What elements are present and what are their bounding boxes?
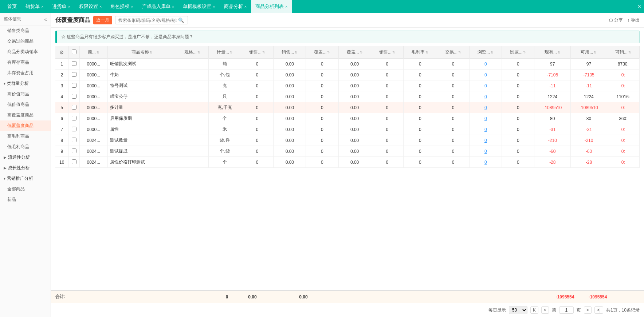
col-current-stock[interactable]: 现有...⇅: [534, 46, 571, 59]
close-roles-icon[interactable]: ×: [131, 4, 133, 9]
sidebar-item-stock-capital[interactable]: 库存资金占用: [0, 68, 51, 78]
close-analysis-icon[interactable]: ×: [244, 4, 247, 9]
nav-item-roles[interactable]: 角色授权 ×: [106, 0, 137, 13]
row-sellable: 0:: [607, 102, 639, 113]
sidebar-item-all-goods[interactable]: 全部商品: [0, 184, 51, 194]
row-checkbox[interactable]: [72, 127, 76, 131]
row-checkbox-cell[interactable]: [68, 91, 79, 102]
col-gross-margin[interactable]: 毛利率⇅: [403, 46, 437, 59]
col-coverage1[interactable]: 覆盖...⇅: [306, 46, 338, 59]
row-browse1[interactable]: 0: [470, 124, 502, 135]
row-checkbox[interactable]: [72, 138, 76, 142]
nav-item-home[interactable]: 首页: [3, 0, 21, 13]
sidebar-item-traded-goods[interactable]: 交易过的商品: [0, 36, 51, 47]
close-template-icon[interactable]: ×: [213, 4, 215, 9]
row-browse1[interactable]: 0: [470, 146, 502, 157]
row-checkbox[interactable]: [72, 116, 76, 120]
row-checkbox[interactable]: [72, 83, 76, 88]
next-page-button[interactable]: >: [584, 306, 592, 314]
sidebar-item-low-value[interactable]: 低价值商品: [0, 99, 51, 110]
row-checkbox[interactable]: [72, 61, 76, 66]
close-all-button[interactable]: ×: [638, 3, 641, 10]
sidebar-section-category[interactable]: ▾ 类群量分析: [0, 78, 51, 89]
row-checkbox-cell[interactable]: [68, 59, 79, 70]
row-browse1[interactable]: 0: [470, 91, 502, 102]
row-browse1[interactable]: 0: [470, 135, 502, 146]
sidebar-section-growth[interactable]: ▶ 成长性分析: [0, 163, 51, 173]
sidebar-item-high-margin[interactable]: 高毛利商品: [0, 131, 51, 142]
page-number-input[interactable]: [559, 306, 574, 314]
row-checkbox-cell[interactable]: [68, 146, 79, 157]
col-sales3[interactable]: 销售...⇅: [371, 46, 403, 59]
row-checkbox-cell[interactable]: [68, 135, 79, 146]
row-checkbox[interactable]: [72, 148, 76, 153]
close-permissions-icon[interactable]: ×: [99, 4, 102, 9]
row-checkbox[interactable]: [72, 72, 76, 77]
col-browse1[interactable]: 浏览...⇅: [470, 46, 502, 59]
col-sellable[interactable]: 可销...⇅: [607, 46, 639, 59]
row-checkbox-cell[interactable]: [68, 70, 79, 80]
time-filter-button[interactable]: 近一月: [93, 16, 112, 24]
nav-item-permissions[interactable]: 权限设置 ×: [75, 0, 106, 13]
row-checkbox[interactable]: [72, 105, 76, 110]
nav-item-purchase[interactable]: 进货单 ×: [48, 0, 74, 13]
row-checkbox-cell[interactable]: [68, 124, 79, 135]
col-name[interactable]: 商品名称⇅: [108, 46, 176, 59]
row-browse1[interactable]: 0: [470, 113, 502, 124]
nav-item-analysis[interactable]: 商品分析 ×: [220, 0, 251, 13]
sidebar-item-new-goods[interactable]: 新品: [0, 194, 51, 205]
sidebar-item-high-value[interactable]: 高价值商品: [0, 89, 51, 99]
row-browse1[interactable]: 0: [470, 102, 502, 113]
first-page-button[interactable]: K: [530, 306, 538, 314]
prev-page-button[interactable]: <: [541, 306, 549, 314]
col-code[interactable]: 商...⇅: [79, 46, 108, 59]
col-checkbox[interactable]: [68, 46, 79, 59]
row-checkbox-cell[interactable]: [68, 102, 79, 113]
close-purchase-icon[interactable]: ×: [68, 4, 70, 9]
col-browse2[interactable]: 浏览...⇅: [502, 46, 534, 59]
select-all-checkbox[interactable]: [72, 49, 76, 54]
col-spec[interactable]: 规格...⇅: [176, 46, 208, 59]
row-checkbox[interactable]: [72, 94, 76, 99]
close-analysis-list-icon[interactable]: ×: [285, 4, 287, 9]
row-browse1[interactable]: 0: [470, 80, 502, 91]
row-browse1[interactable]: 0: [470, 70, 502, 80]
search-input[interactable]: [118, 18, 177, 23]
sidebar-section-marketing[interactable]: ▾ 营销推广分析: [0, 173, 51, 184]
nav-item-analysis-list[interactable]: 商品分析列表 ×: [251, 0, 292, 13]
export-button[interactable]: ↑ 导出: [627, 17, 640, 23]
sidebar-item-sales-goods[interactable]: 销售类商品: [0, 25, 51, 36]
sidebar-item-category-rate[interactable]: 商品分类动销率: [0, 47, 51, 57]
col-coverage2[interactable]: 覆盖...⇅: [338, 46, 371, 59]
data-table-container[interactable]: ⚙ 商...⇅ 商品名称⇅ 规格...⇅: [55, 46, 640, 290]
last-page-button[interactable]: >|: [594, 306, 603, 314]
page-size-select[interactable]: 50 100 200: [509, 306, 527, 314]
col-settings[interactable]: ⚙: [55, 46, 68, 59]
row-checkbox[interactable]: [72, 159, 76, 164]
share-button[interactable]: ⬡ 分享: [609, 17, 623, 23]
row-checkbox-cell[interactable]: [68, 157, 79, 168]
row-checkbox-cell[interactable]: [68, 113, 79, 124]
row-unit: 个,袋: [208, 146, 241, 157]
sidebar-item-low-margin[interactable]: 低毛利商品: [0, 142, 51, 152]
row-browse1[interactable]: 0: [470, 157, 502, 168]
sidebar-collapse-button[interactable]: «: [44, 16, 47, 22]
search-icon[interactable]: 🔍: [178, 17, 184, 23]
col-unit[interactable]: 计量...⇅: [208, 46, 241, 59]
close-finished-goods-icon[interactable]: ×: [172, 4, 174, 9]
col-available-stock[interactable]: 可用...⇅: [571, 46, 607, 59]
nav-item-template[interactable]: 单据模板设置 ×: [178, 0, 219, 13]
close-sales-icon[interactable]: ×: [41, 4, 43, 9]
nav-item-sales[interactable]: 销货单 ×: [21, 0, 48, 13]
sidebar-section-liquidity[interactable]: ▶ 流通性分析: [0, 152, 51, 163]
sidebar-item-low-coverage[interactable]: 低覆盖度商品: [0, 120, 51, 131]
col-sales-qty[interactable]: 销售...⇅: [241, 46, 274, 59]
row-browse1[interactable]: 0: [470, 59, 502, 70]
sidebar-item-high-coverage[interactable]: 高覆盖度商品: [0, 110, 51, 120]
row-checkbox-cell[interactable]: [68, 80, 79, 91]
nav-item-finished-goods[interactable]: 产成品入库单 ×: [138, 0, 178, 13]
col-sales-amount[interactable]: 销售...⇅: [274, 46, 306, 59]
col-trade[interactable]: 交易...⇅: [437, 46, 470, 59]
sidebar-item-in-stock[interactable]: 有库存商品: [0, 57, 51, 68]
settings-icon[interactable]: ⚙: [59, 49, 64, 55]
